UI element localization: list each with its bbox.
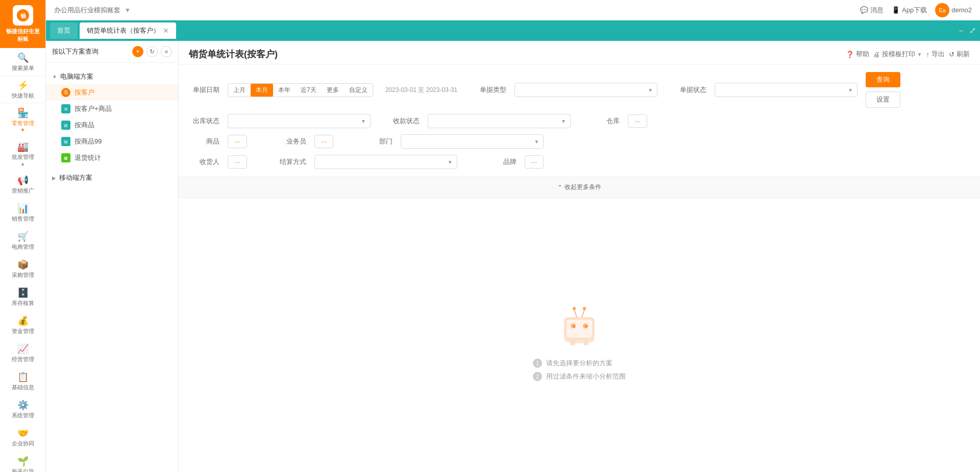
sidebar-item-inventory[interactable]: 🗄️ 库存核算 <box>0 283 45 311</box>
tabbar-actions: － ⤢ <box>957 26 976 36</box>
tab-minimize-icon[interactable]: － <box>957 26 965 36</box>
tree-item-customer-goods-label: 按客户+商品 <box>75 104 112 113</box>
doc-type-label: 单据类型 <box>476 85 506 95</box>
receipt-status-select[interactable]: ▼ <box>428 114 571 128</box>
collapse-panel-btn[interactable]: « <box>161 46 172 57</box>
sidebar-item-purchase[interactable]: 📦 采购管理 <box>0 255 45 283</box>
sidebar-item-retail[interactable]: 🏪 零售管理 ▼ <box>0 103 45 137</box>
warehouse-select[interactable]: ··· <box>628 114 647 128</box>
svg-point-8 <box>585 325 587 327</box>
sidebar-quick-nav[interactable]: ⚡ 快捷导航 <box>0 77 45 103</box>
tab-close-icon[interactable]: ✕ <box>163 27 169 35</box>
tree-mobile-group: ▶ 移动端方案 <box>46 168 178 187</box>
warehouse-label: 仓库 <box>589 116 620 126</box>
settings-button[interactable]: 设置 <box>866 91 900 108</box>
sidebar: 畅 畅捷信好生意 标账 🔍 搜索菜单 ⚡ 快捷导航 🏪 零售管理 ▼ 🏭 批发管… <box>0 0 46 472</box>
print-icon: 🖨 <box>873 51 880 58</box>
search-icon: 🔍 <box>17 52 29 63</box>
print-dropdown[interactable]: ▼ <box>917 52 922 57</box>
department-value <box>405 137 412 146</box>
avatar-text: Ea <box>939 7 946 13</box>
sidebar-item-wholesale[interactable]: 🏭 批发管理 ▲ <box>0 137 45 171</box>
retail-arrow: ▼ <box>20 127 26 133</box>
app-download-btn[interactable]: 📱 App下载 <box>892 6 927 15</box>
sidebar-item-finance[interactable]: 💰 资金管理 <box>0 311 45 339</box>
refresh-scheme-btn[interactable]: ↻ <box>146 46 158 57</box>
sidebar-search[interactable]: 🔍 搜索菜单 <box>0 48 45 77</box>
sidebar-item-newbie[interactable]: 🌱 新手引导 <box>0 452 45 472</box>
help-btn[interactable]: ❓ 帮助 <box>846 50 869 59</box>
page-title: 销货单统计表(按客户) <box>189 48 278 60</box>
query-button[interactable]: 查询 <box>866 72 900 87</box>
sidebar-item-sales[interactable]: 📊 销售管理 <box>0 199 45 227</box>
tab-sales-stats[interactable]: 销货单统计表（按客户） ✕ <box>80 22 176 39</box>
department-select[interactable]: ▼ <box>401 134 544 149</box>
tree-item-returns[interactable]: ▦ 退货统计 <box>46 150 178 166</box>
date-btn-this-month[interactable]: 本月 <box>251 84 273 97</box>
tree-item-goods-label: 按商品 <box>75 121 94 130</box>
finance-label: 资金管理 <box>12 327 34 335</box>
date-btn-7days[interactable]: 近7天 <box>296 84 322 97</box>
sidebar-item-marketing[interactable]: 📢 营销推广 <box>0 171 45 199</box>
out-status-arrow: ▼ <box>361 119 366 124</box>
returns-icon: ▦ <box>61 153 70 162</box>
header-dropdown-arrow[interactable]: ▼ <box>125 7 131 14</box>
doc-status-select[interactable]: ▼ <box>715 83 857 97</box>
tab-home[interactable]: 首页 <box>50 22 78 39</box>
sidebar-item-basic[interactable]: 📋 基础信息 <box>0 367 45 395</box>
tree-item-customer-goods[interactable]: ⊞ 按客户+商品 <box>46 101 178 117</box>
brand-select[interactable]: ··· <box>525 155 544 169</box>
svg-line-11 <box>582 310 584 317</box>
tree-item-goods99[interactable]: ▤ 按商品99 <box>46 133 178 150</box>
refresh-btn[interactable]: ↺ 刷新 <box>949 50 970 59</box>
message-label: 消息 <box>870 6 884 15</box>
settlement-select[interactable]: ▼ <box>314 155 457 169</box>
out-status-label: 出库状态 <box>189 116 219 126</box>
tab-maximize-icon[interactable]: ⤢ <box>969 26 976 36</box>
tree-item-returns-label: 退货统计 <box>75 153 101 162</box>
tree-desktop-header[interactable]: ▼ 电脑端方案 <box>46 69 178 84</box>
sidebar-logo[interactable]: 畅 畅捷信好生意 标账 <box>0 0 45 48</box>
sidebar-item-ecommerce[interactable]: 🛒 电商管理 <box>0 227 45 255</box>
receiver-select[interactable]: ··· <box>228 155 247 169</box>
desktop-group-label: 电脑端方案 <box>60 72 93 81</box>
wholesale-arrow: ▲ <box>20 161 26 167</box>
date-btn-custom[interactable]: 自定义 <box>344 84 373 97</box>
purchase-label: 采购管理 <box>12 271 34 279</box>
nav-label: 快捷导航 <box>12 92 34 100</box>
basic-icon: 📋 <box>17 371 29 383</box>
export-label: 导出 <box>932 50 945 59</box>
goods-label: 商品 <box>189 137 219 146</box>
date-btn-last-month[interactable]: 上月 <box>228 84 251 97</box>
user-avatar: Ea <box>935 3 949 17</box>
tree-item-customer-label: 按客户 <box>75 88 94 97</box>
action-btns: 查询 设置 <box>866 72 900 108</box>
header: 办公用品行业模拟账套 ▼ 💬 消息 📱 App下载 Ea demo2 <box>46 0 980 20</box>
out-status-select[interactable]: ▼ <box>228 114 371 128</box>
tree-item-by-customer[interactable]: 客 按客户 <box>46 84 178 101</box>
sidebar-item-enterprise[interactable]: 🤝 企业协同 <box>0 423 45 452</box>
tip-num-1: 1 <box>533 359 542 368</box>
doc-type-select[interactable]: ▼ <box>514 83 657 97</box>
department-arrow: ▼ <box>534 139 539 145</box>
settlement-value <box>319 157 326 167</box>
basic-label: 基础信息 <box>12 384 34 391</box>
sidebar-item-system[interactable]: ⚙️ 系统管理 <box>0 395 45 423</box>
user-profile[interactable]: Ea demo2 <box>935 3 972 17</box>
out-status-value <box>232 116 239 126</box>
print-btn[interactable]: 🖨 按模板打印 ▼ <box>873 50 922 59</box>
date-btn-this-year[interactable]: 本年 <box>273 84 296 97</box>
message-btn[interactable]: 💬 消息 <box>860 6 884 15</box>
add-scheme-btn[interactable]: + <box>132 46 143 57</box>
tree-item-goods99-label: 按商品99 <box>75 137 102 146</box>
date-btn-more[interactable]: 更多 <box>322 84 344 97</box>
message-icon: 💬 <box>860 6 868 14</box>
mobile-group-label: 移动端方案 <box>59 173 92 182</box>
salesperson-select[interactable]: ··· <box>314 135 334 148</box>
sidebar-item-operations[interactable]: 📈 经营管理 <box>0 339 45 367</box>
collapse-button[interactable]: ⌃ 收起更多条件 <box>551 181 607 194</box>
tree-mobile-header[interactable]: ▶ 移动端方案 <box>46 170 178 185</box>
export-btn[interactable]: ↑ 导出 <box>926 50 945 59</box>
tree-item-goods[interactable]: ▤ 按商品 <box>46 117 178 133</box>
goods-select[interactable]: ··· <box>228 135 247 148</box>
